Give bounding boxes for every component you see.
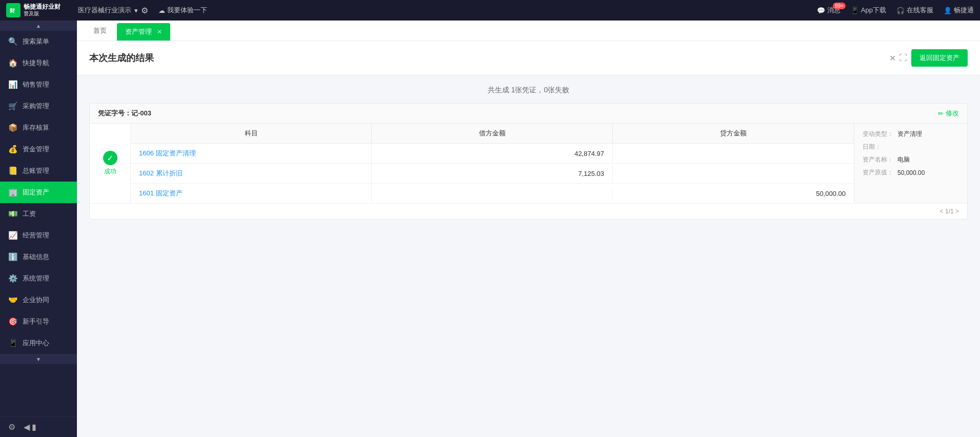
logo-text-main: 畅捷通好业财 [24,3,61,10]
table-header: 科目 借方金额 贷方金额 [131,124,854,144]
sidebar-item-system[interactable]: ⚙️ 系统管理 [0,268,77,289]
sidebar-label-sales: 销售管理 [23,80,49,89]
sidebar-item-fixed-assets[interactable]: 🏢 固定资产 [0,182,77,203]
chevron-down-icon: ▾ [134,7,138,14]
cloud-icon: ☁ [158,7,165,14]
cell-subject-1[interactable]: 1606 固定资产清理 [131,144,372,163]
company-selector[interactable]: 医疗器械行业演示 ▾ ⚙ [78,6,148,15]
sidebar-label-enterprise: 企业协同 [23,295,49,305]
cell-debit-2: 7,125.03 [372,165,613,183]
sidebar-item-sales[interactable]: 📊 销售管理 [0,74,77,95]
sidebar-label-payroll: 工资 [23,209,36,218]
tab-assets-mgmt[interactable]: 资产管理 ✕ [117,23,170,41]
system-icon: ⚙️ [8,274,17,283]
sidebar: ▲ 🔍 搜索菜单 🏠 快捷导航 📊 销售管理 🛒 采购管理 📦 库存核算 💰 资… [0,21,77,437]
header-right: 💬 消息 99+ 📱 App下载 🎧 在线客服 👤 畅捷通 [817,6,974,15]
sidebar-label-app-center: 应用中心 [23,339,49,348]
logo-text-sub: 普及版 [24,10,61,17]
page-info: 1/1 [945,208,955,215]
expand-icon[interactable]: ⛶ [899,53,907,63]
close-icon[interactable]: ✕ [889,53,896,63]
settings-icon[interactable]: ⚙ [141,6,148,15]
table-body: 1606 固定资产清理 42,874.97 1602 累计折旧 7,125.03 [131,144,854,203]
cell-subject-2[interactable]: 1602 累计折旧 [131,164,372,183]
change-type-label: 变动类型： [863,130,893,138]
edit-button[interactable]: ✏ 修改 [938,109,959,118]
sidebar-label-purchase: 采购管理 [23,102,49,111]
success-text: 成功 [104,167,116,176]
tab-close-icon[interactable]: ✕ [157,28,162,35]
search-icon: 🔍 [8,37,17,46]
success-indicator: ✓ 成功 [90,124,131,203]
asset-name-label: 资产名称： [863,155,893,164]
original-value-value: 50,000.00 [897,169,925,176]
col-credit: 贷方金额 [613,124,854,143]
app-logo: 财 畅捷通好业财 普及版 [6,3,73,17]
top-header: 财 畅捷通好业财 普及版 医疗器械行业演示 ▾ ⚙ ☁ 我要体验一下 💬 消息 … [0,0,980,21]
user-area[interactable]: 👤 畅捷通 [944,6,974,15]
pagination: < 1/1 > [90,203,967,219]
sidebar-label-fixed-assets: 固定资产 [23,188,49,197]
gear-icon[interactable]: ⚙ [8,422,15,432]
col-subject: 科目 [131,124,372,143]
sidebar-scroll-up[interactable]: ▲ [0,21,77,31]
notification-area[interactable]: 💬 消息 99+ [817,6,841,15]
sidebar-item-purchase[interactable]: 🛒 采购管理 [0,95,77,117]
voucher-number: 凭证字号：记-003 [98,109,151,118]
sidebar-label-operations: 经营管理 [23,231,49,240]
cell-debit-3 [372,188,613,198]
table-row: 1601 固定资产 50,000.00 [131,184,854,203]
cell-subject-3[interactable]: 1601 固定资产 [131,184,372,203]
prev-page[interactable]: < [940,208,944,215]
sidebar-item-funds[interactable]: 💰 资金管理 [0,138,77,160]
content-area: 共生成 1张凭证，0张失败 凭证字号：记-003 ✏ 修改 [77,75,980,437]
sidebar-label-funds: 资金管理 [23,145,49,154]
sidebar-item-operations[interactable]: 📈 经营管理 [0,225,77,246]
cell-credit-2 [613,168,854,178]
sidebar-bottom: ⚙ ◀ ▮ [0,416,77,437]
sidebar-item-payroll[interactable]: 💵 工资 [0,203,77,225]
main-content: 首页 资产管理 ✕ 本次生成的结果 ✕ ⛶ 返回固定资产 共生成 1张凭证，0张… [77,21,980,437]
sidebar-item-guide[interactable]: 🎯 新手引导 [0,311,77,332]
purchase-icon: 🛒 [8,102,17,111]
sidebar-item-quick-nav[interactable]: 🏠 快捷导航 [0,52,77,74]
page-header: 本次生成的结果 ✕ ⛶ 返回固定资产 [77,41,980,75]
tab-assets-label: 资产管理 [125,28,152,35]
app-center-icon: 📱 [8,339,17,348]
table-row: 1602 累计折旧 7,125.03 [131,164,854,184]
sidebar-item-app-center[interactable]: 📱 应用中心 [0,332,77,354]
app-download[interactable]: 📱 App下载 [851,6,886,15]
voucher-body: ✓ 成功 科目 借方金额 贷方金额 [90,124,967,203]
sales-icon: 📊 [8,80,17,89]
headset-icon: 🎧 [896,7,905,14]
check-icon: ✓ [103,151,117,165]
inventory-icon: 📦 [8,123,17,132]
sidebar-label-system: 系统管理 [23,274,49,283]
cell-debit-1: 42,874.97 [372,145,613,163]
online-service[interactable]: 🎧 在线客服 [896,6,933,15]
sidebar-item-basic-info[interactable]: ℹ️ 基础信息 [0,246,77,268]
sidebar-scroll-down[interactable]: ▼ [0,354,77,364]
cell-credit-3: 50,000.00 [613,185,854,203]
side-date: 日期： [863,143,959,151]
home-icon: 🏠 [8,58,17,68]
try-experience[interactable]: ☁ 我要体验一下 [158,6,207,15]
user-icon: 👤 [944,7,952,14]
svg-text:财: 财 [9,8,15,13]
sidebar-label-guide: 新手引导 [23,317,49,326]
sidebar-item-enterprise[interactable]: 🤝 企业协同 [0,289,77,311]
notification-icon: 💬 [817,7,825,14]
side-change-type: 变动类型： 资产清理 [863,130,959,138]
side-original-value: 资产原值： 50,000.00 [863,168,959,177]
return-button[interactable]: 返回固定资产 [911,49,968,67]
sidebar-item-ledger[interactable]: 📒 总账管理 [0,160,77,182]
collapse-icon[interactable]: ◀ ▮ [24,422,36,432]
summary-text: 共生成 1张凭证，0张失败 [89,86,968,95]
change-type-value: 资产清理 [897,130,922,138]
sidebar-item-inventory[interactable]: 📦 库存核算 [0,117,77,138]
tab-home[interactable]: 首页 [85,22,115,41]
voucher-card: 凭证字号：记-003 ✏ 修改 ✓ 成功 [89,103,968,220]
sidebar-item-search[interactable]: 🔍 搜索菜单 [0,31,77,52]
voucher-header: 凭证字号：记-003 ✏ 修改 [90,104,967,124]
next-page[interactable]: > [955,208,959,215]
